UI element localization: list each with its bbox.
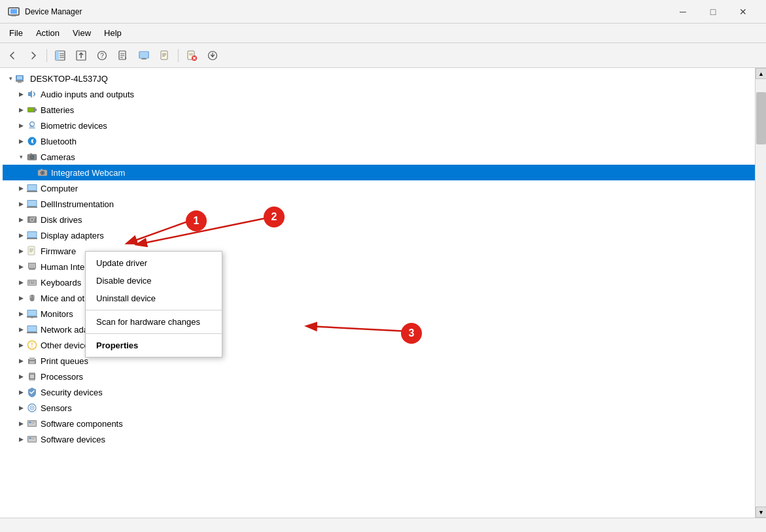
toolbar-sep-2	[178, 49, 179, 62]
computer-label: Computer	[41, 184, 78, 193]
update-driver-button[interactable]	[203, 46, 222, 65]
monitors-expander[interactable]: ▶	[16, 308, 26, 319]
svg-text:!: !	[31, 342, 33, 349]
tree-item-dellinstr[interactable]: ▶ DellInstrumentation	[3, 196, 755, 212]
tree-item-diskdrives[interactable]: ▶ Disk drives	[3, 212, 755, 227]
tree-item-biometric[interactable]: ▶ Biometric devices	[3, 118, 755, 133]
hid-icon	[26, 261, 38, 273]
context-menu-uninstall-device[interactable]: Uninstall device	[86, 290, 222, 307]
bluetooth-label: Bluetooth	[41, 137, 77, 146]
help-button[interactable]: ?	[92, 46, 112, 65]
computer-expander[interactable]: ▶	[16, 183, 26, 193]
menu-help[interactable]: Help	[97, 25, 128, 41]
keyboards-label: Keyboards	[41, 278, 81, 288]
otherdevices-icon: !	[26, 339, 38, 351]
menu-file[interactable]: File	[3, 25, 29, 41]
forward-button[interactable]	[24, 46, 43, 65]
keyboards-expander[interactable]: ▶	[16, 277, 26, 288]
computer-icon	[26, 182, 38, 194]
svg-rect-74	[31, 283, 34, 284]
tree-item-sensors[interactable]: ▶ Sensors	[3, 400, 755, 416]
displayadapters-icon	[26, 229, 38, 241]
close-button[interactable]: ✕	[728, 0, 758, 24]
diskdrives-expander[interactable]: ▶	[16, 214, 26, 225]
tree-item-security[interactable]: ▶ Security devices	[3, 384, 755, 400]
scrollbar-thumb[interactable]	[756, 92, 766, 144]
printqueues-expander[interactable]: ▶	[16, 356, 26, 366]
tree-item-webcam[interactable]: Integrated Webcam	[3, 165, 755, 180]
maximize-button[interactable]: □	[698, 0, 728, 24]
svg-rect-66	[29, 269, 35, 270]
firmware-expander[interactable]: ▶	[16, 246, 26, 256]
mice-expander[interactable]: ▶	[16, 293, 26, 303]
svg-rect-41	[30, 154, 32, 155]
svg-rect-83	[31, 318, 33, 318]
properties-button[interactable]	[155, 46, 175, 65]
tree-item-audio[interactable]: ▶ Audio inputs and outputs	[3, 86, 755, 102]
context-menu-update-driver[interactable]: Update driver	[86, 254, 222, 272]
tree-item-cameras[interactable]: ▾ Cameras	[3, 149, 755, 165]
diskdrives-icon	[26, 214, 38, 225]
sensors-label: Sensors	[41, 403, 72, 413]
processors-expander[interactable]: ▶	[16, 371, 26, 382]
context-menu: Update driver Disable device Uninstall d…	[85, 251, 222, 357]
tree-item-displayadapters[interactable]: ▶ Display adapters	[3, 227, 755, 243]
tree-item-softwaredev[interactable]: ▶ Software devices	[3, 431, 755, 447]
tree-item-computer[interactable]: ▶ Computer	[3, 180, 755, 196]
svg-rect-60	[28, 246, 35, 255]
hid-expander[interactable]: ▶	[16, 261, 26, 272]
context-menu-disable-device[interactable]: Disable device	[86, 272, 222, 290]
svg-rect-113	[32, 439, 34, 439]
audio-expander[interactable]: ▶	[16, 89, 26, 99]
view-button[interactable]	[134, 46, 154, 65]
biometric-expander[interactable]: ▶	[16, 120, 26, 131]
up-button[interactable]	[71, 46, 91, 65]
monitors-label: Monitors	[41, 309, 73, 319]
tree-root-item[interactable]: ▾ DESKTOP-4L537JQ	[3, 71, 755, 86]
root-expander[interactable]: ▾	[5, 73, 16, 84]
security-expander[interactable]: ▶	[16, 387, 26, 397]
scrollbar-down[interactable]: ▼	[756, 507, 766, 518]
bluetooth-expander[interactable]: ▶	[16, 136, 26, 146]
printqueues-label: Print queues	[41, 356, 88, 366]
svg-rect-59	[27, 238, 37, 239]
svg-rect-90	[29, 357, 35, 360]
security-label: Security devices	[41, 388, 103, 397]
biometric-label: Biometric devices	[41, 121, 107, 131]
main-area: ▾ DESKTOP-4L537JQ ▶	[0, 68, 766, 518]
security-icon	[26, 386, 38, 398]
tree-item-softwarecomp[interactable]: ▶ Software components	[3, 416, 755, 431]
netadapters-expander[interactable]: ▶	[16, 324, 26, 335]
context-menu-scan-changes[interactable]: Scan for hardware changes	[86, 313, 222, 331]
scrollbar-up[interactable]: ▲	[756, 68, 766, 79]
softwaredev-label: Software devices	[41, 435, 105, 444]
softwarecomp-expander[interactable]: ▶	[16, 418, 26, 429]
dellinstr-label: DellInstrumentation	[41, 199, 114, 209]
menu-action[interactable]: Action	[29, 25, 66, 41]
displayadapters-expander[interactable]: ▶	[16, 230, 26, 241]
console-tree-button[interactable]	[50, 46, 70, 65]
displayadapters-label: Display adapters	[41, 231, 104, 241]
dellinstr-expander[interactable]: ▶	[16, 199, 26, 209]
disable-button[interactable]	[182, 46, 201, 65]
dellinstr-icon	[26, 198, 38, 210]
scrollbar[interactable]: ▲ ▼	[755, 68, 766, 518]
svg-rect-30	[16, 80, 24, 82]
context-menu-properties[interactable]: Properties	[86, 337, 222, 354]
svg-rect-82	[27, 316, 37, 318]
tree-item-batteries[interactable]: ▶ Batteries	[3, 102, 755, 118]
svg-rect-112	[32, 437, 35, 438]
sensors-expander[interactable]: ▶	[16, 403, 26, 413]
batteries-expander[interactable]: ▶	[16, 105, 26, 115]
svg-rect-34	[28, 108, 33, 112]
webcam-expander	[26, 167, 37, 178]
export-button[interactable]	[113, 46, 133, 65]
tree-item-processors[interactable]: ▶ Processors	[3, 369, 755, 384]
cameras-expander[interactable]: ▾	[16, 152, 26, 162]
otherdevices-expander[interactable]: ▶	[16, 340, 26, 350]
menu-view[interactable]: View	[66, 25, 97, 41]
minimize-button[interactable]: ─	[668, 0, 698, 24]
back-button[interactable]	[3, 46, 22, 65]
tree-item-bluetooth[interactable]: ▶ Bluetooth	[3, 133, 755, 149]
softwaredev-expander[interactable]: ▶	[16, 434, 26, 444]
